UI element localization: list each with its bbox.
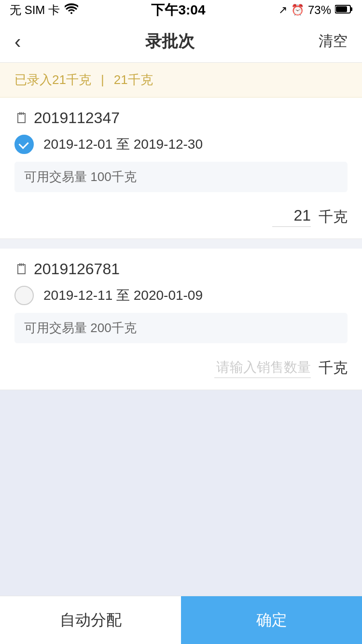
batch-card-1: 🗒 2019112347 2019-12-01 至 2019-12-30 可用交…: [0, 98, 362, 239]
batch-card-2: 🗒 2019126781 2019-12-11 至 2020-01-09 可用交…: [0, 249, 362, 390]
batch-icon-1: 🗒: [14, 110, 29, 126]
qty-unit-1: 千克: [319, 207, 348, 227]
card-separator: [0, 239, 362, 249]
wifi-icon: [65, 3, 78, 17]
battery-icon: [335, 3, 352, 17]
summary-divider: |: [101, 72, 104, 87]
batch-header-1: 🗒 2019112347: [0, 98, 362, 132]
status-time: 下午3:04: [151, 1, 205, 19]
svg-rect-2: [336, 6, 347, 12]
status-bar: 无 SIM 卡 下午3:04 ↗ ⏰ 73%: [0, 0, 362, 20]
batch-id-2: 2019126781: [34, 260, 120, 278]
batch-date-2: 2019-12-11 至 2020-01-09: [43, 286, 203, 305]
no-sim-text: 无 SIM 卡: [10, 2, 60, 18]
summary-label: 已录入21千克: [14, 71, 91, 88]
battery-text: 73%: [308, 3, 331, 17]
back-button[interactable]: ‹: [14, 32, 21, 51]
empty-area: [0, 390, 362, 622]
bottom-bar: 自动分配 确定: [0, 596, 362, 644]
radio-unchecked-2[interactable]: [14, 286, 34, 305]
content-area: 🗒 2019112347 2019-12-01 至 2019-12-30 可用交…: [0, 98, 362, 644]
qty-unit-2: 千克: [319, 358, 348, 378]
location-icon: ↗: [278, 4, 287, 16]
status-right: ↗ ⏰ 73%: [278, 3, 352, 17]
page-title: 录批次: [145, 30, 195, 53]
batch-avail-text-1: 可用交易量 100千克: [24, 169, 137, 184]
batch-date-1: 2019-12-01 至 2019-12-30: [43, 135, 203, 154]
status-left: 无 SIM 卡: [10, 2, 78, 18]
batch-avail-text-2: 可用交易量 200千克: [24, 321, 137, 335]
summary-bar: 已录入21千克 | 21千克: [0, 63, 362, 98]
nav-bar: ‹ 录批次 清空: [0, 20, 362, 63]
summary-value: 21千克: [114, 71, 153, 88]
alarm-icon: ⏰: [291, 4, 304, 16]
batch-icon-2: 🗒: [14, 261, 29, 278]
qty-row-2: 千克: [0, 348, 362, 390]
batch-avail-1: 可用交易量 100千克: [14, 162, 348, 192]
batch-date-row-1[interactable]: 2019-12-01 至 2019-12-30: [0, 132, 362, 159]
batch-avail-2: 可用交易量 200千克: [14, 313, 348, 343]
qty-value-1[interactable]: 21: [272, 207, 311, 227]
clear-button[interactable]: 清空: [319, 31, 348, 51]
radio-checked-1[interactable]: [14, 135, 34, 154]
batch-date-row-2[interactable]: 2019-12-11 至 2020-01-09: [0, 283, 362, 310]
confirm-button[interactable]: 确定: [181, 596, 362, 644]
svg-rect-1: [350, 7, 352, 11]
auto-distribute-button[interactable]: 自动分配: [0, 596, 181, 644]
qty-row-1: 21 千克: [0, 197, 362, 239]
batch-header-2: 🗒 2019126781: [0, 249, 362, 283]
batch-id-1: 2019112347: [34, 109, 120, 127]
qty-input-2[interactable]: [214, 358, 311, 378]
